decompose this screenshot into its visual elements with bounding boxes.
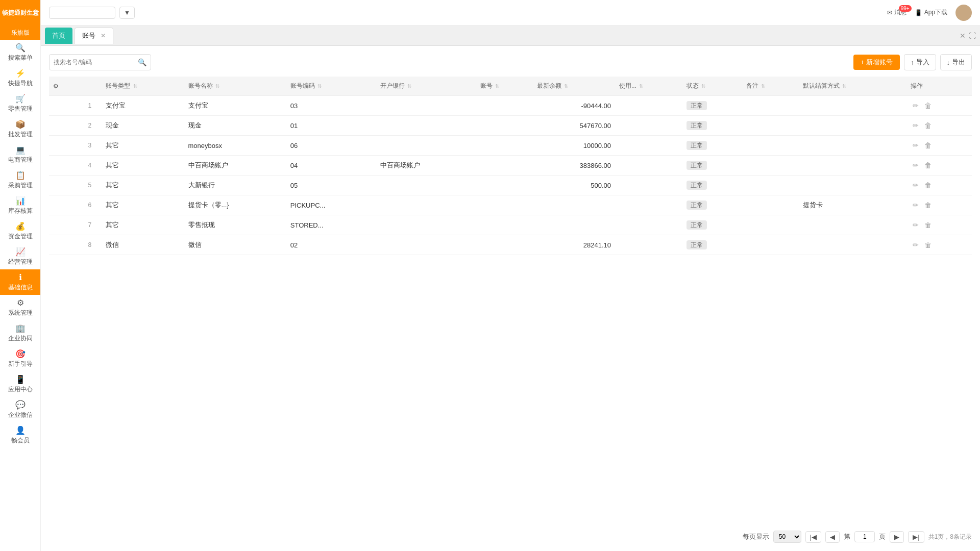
tab-account[interactable]: 账号 ✕ [75,28,113,44]
tab-close-icon[interactable]: ✕ [101,32,106,39]
current-page-input[interactable] [854,531,875,542]
row-usage-cell [615,136,682,156]
col-type[interactable]: 账号类型 ⇅ [102,77,184,96]
delete-icon[interactable]: 🗑 [924,241,932,249]
operations-icon: 📈 [15,247,26,257]
row-num-cell: 5 [78,176,102,195]
col-default[interactable]: 默认结算方式 ⇅ [799,77,906,96]
search-icon: 🔍 [15,43,26,53]
row-type-cell: 现金 [102,116,184,136]
sort-remark-icon: ⇅ [761,83,765,89]
sort-account-icon: ⇅ [495,83,499,89]
global-search-input[interactable] [49,7,115,19]
row-balance-cell: 500.00 [533,176,615,195]
message-badge: 99+ [899,5,912,12]
content-area: 🔍 + 新增账号 ↑ 导入 ↓ 导出 ⚙ [41,46,980,551]
row-name-cell: 零售抵现 [184,215,286,235]
last-page-button[interactable]: ▶| [908,531,924,543]
edit-icon[interactable]: ✏ [913,241,919,249]
delete-icon[interactable]: 🗑 [924,102,932,110]
sidebar-item-system[interactable]: ⚙系统管理 [0,295,40,320]
sidebar-item-ecommerce[interactable]: 💻电商管理 [0,142,40,167]
delete-icon[interactable]: 🗑 [924,161,932,169]
shortcut-icon: ⚡ [15,68,26,78]
sort-type-icon: ⇅ [133,83,137,89]
sort-balance-icon: ⇅ [564,83,568,89]
row-num-cell: 2 [78,116,102,136]
sidebar-item-operations[interactable]: 📈经营管理 [0,244,40,269]
sidebar-item-guide[interactable]: 🎯新手引导 [0,346,40,371]
phone-icon: 📱 [915,9,922,16]
col-account[interactable]: 账号 ⇅ [476,77,533,96]
row-status-cell: 正常 [682,195,742,215]
delete-icon[interactable]: 🗑 [924,121,932,130]
sidebar-item-wholesale[interactable]: 📦批发管理 [0,116,40,142]
first-page-button[interactable]: |◀ [805,531,821,543]
top-header: ▼ ✉ 消息 99+ 📱 App下载 [41,0,980,26]
delete-icon[interactable]: 🗑 [924,141,932,149]
edit-icon[interactable]: ✏ [913,121,919,130]
row-balance-cell [533,195,615,215]
sidebar-item-purchase[interactable]: 📋采购管理 [0,167,40,193]
row-account-cell [476,215,533,235]
col-gear[interactable]: ⚙ [49,77,78,96]
table-header-row: ⚙ 账号类型 ⇅ 账号名称 ⇅ 账号编码 ⇅ 开户银行 ⇅ 账号 ⇅ 最新余额 … [49,77,972,96]
message-button[interactable]: ✉ 消息 99+ [887,8,906,17]
edit-icon[interactable]: ✏ [913,201,919,209]
row-bank-cell [376,96,476,116]
delete-icon[interactable]: 🗑 [924,221,932,229]
close-tab-icon[interactable]: ✕ [960,32,966,40]
row-num-cell: 8 [78,235,102,255]
edit-icon[interactable]: ✏ [913,141,919,149]
sidebar-item-inventory[interactable]: 📊库存核算 [0,193,40,218]
row-code-cell: 01 [286,116,376,136]
sidebar-item-finance[interactable]: 💰资金管理 [0,218,40,244]
sidebar-item-app_center[interactable]: 📱应用中心 [0,371,40,397]
row-code-cell: 02 [286,235,376,255]
edit-icon[interactable]: ✏ [913,161,919,169]
sidebar-item-enterprise[interactable]: 🏢企业协同 [0,320,40,346]
sidebar-item-member[interactable]: 👤畅会员 [0,422,40,448]
row-action-cell: ✏ 🗑 [906,96,972,116]
sidebar-item-wechat[interactable]: 💬企业微信 [0,397,40,422]
row-name-cell: 支付宝 [184,96,286,116]
pagination: 每页显示 50 20 100 |◀ ◀ 第 页 ▶ ▶| 共1页，8条记录 [49,524,972,543]
row-status-cell: 正常 [682,176,742,195]
dropdown-button[interactable]: ▼ [119,7,135,19]
edit-icon[interactable]: ✏ [913,221,919,229]
row-usage-cell [615,116,682,136]
edit-icon[interactable]: ✏ [913,102,919,110]
page-size-select[interactable]: 50 20 100 [773,531,801,543]
col-code[interactable]: 账号编码 ⇅ [286,77,376,96]
next-page-button[interactable]: ▶ [890,531,904,543]
row-bank-cell [376,215,476,235]
tab-home[interactable]: 首页 [45,28,72,44]
col-remark[interactable]: 备注 ⇅ [742,77,799,96]
sort-bank-icon: ⇅ [407,83,411,89]
sidebar-item-label-retail: 零售管理 [8,105,33,113]
sidebar-item-search[interactable]: 🔍搜索菜单 [0,40,40,65]
col-status[interactable]: 状态 ⇅ [682,77,742,96]
sidebar-item-label-member: 畅会员 [11,436,30,445]
col-balance[interactable]: 最新余额 ⇅ [533,77,615,96]
col-bank[interactable]: 开户银行 ⇅ [376,77,476,96]
import-button[interactable]: ↑ 导入 [904,54,936,70]
new-account-button[interactable]: + 新增账号 [853,55,900,70]
fullscreen-icon[interactable]: ⛶ [969,32,976,40]
sidebar-item-basic[interactable]: ℹ基础信息 [0,269,40,295]
prev-page-button[interactable]: ◀ [825,531,840,543]
user-avatar[interactable] [955,5,972,21]
account-search-input[interactable] [54,59,138,66]
delete-icon[interactable]: 🗑 [924,201,932,209]
export-button[interactable]: ↓ 导出 [940,54,972,70]
col-usage[interactable]: 使用... ⇅ [615,77,682,96]
sidebar-item-retail[interactable]: 🛒零售管理 [0,91,40,116]
status-badge: 正常 [687,101,707,110]
col-name[interactable]: 账号名称 ⇅ [184,77,286,96]
row-type-cell: 其它 [102,215,184,235]
app-download-button[interactable]: 📱 App下载 [915,8,947,17]
sidebar-item-shortcut[interactable]: ⚡快捷导航 [0,65,40,91]
delete-icon[interactable]: 🗑 [924,181,932,189]
edit-icon[interactable]: ✏ [913,181,919,189]
row-default-cell [799,156,906,176]
